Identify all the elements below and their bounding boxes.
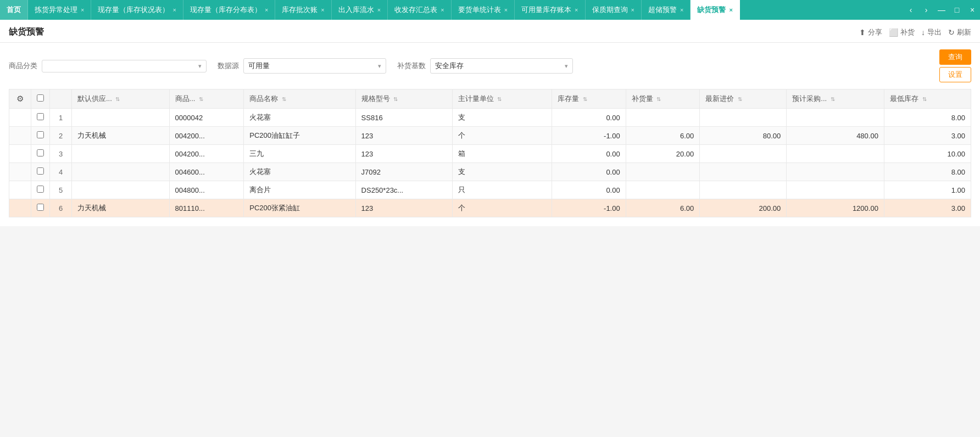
page-title: 缺货预警 [9,26,859,38]
row-checkbox-cell[interactable] [31,199,50,217]
tab-close-window-button[interactable]: × [965,0,980,20]
row-spec-cell: SS816 [355,109,452,127]
data-table: ⚙ 默认供应... ⇅ 商品... ⇅ 商品名称 [9,89,971,217]
row-settings-cell [9,181,31,199]
tab-close-icon[interactable]: × [172,7,176,13]
table-header-replenish-qty[interactable]: 补货量 ⇅ [626,89,700,109]
replenish-label: 补货 [900,27,915,37]
tab-current-stock-dist[interactable]: 现存量（库存分布表） × [183,0,275,20]
tab-label: 现存量（库存分布表） [190,5,261,15]
unit-header-label: 主计量单位 [458,94,494,103]
tab-close-icon[interactable]: × [631,7,634,13]
query-button[interactable]: 查询 [939,49,971,65]
tab-close-icon[interactable]: × [265,7,268,13]
table-header-latest-price[interactable]: 最新进价 ⇅ [700,89,787,109]
page-header: 缺货预警 ⬆ 分享 ⬜ 补货 ↓ 导出 ↻ 刷新 [0,20,980,43]
tab-maximize-button[interactable]: □ [949,0,965,20]
row-spec-cell: 123 [355,145,452,163]
tab-batch-account[interactable]: 库存批次账 × [275,0,331,20]
row-product-name-cell: 三九 [244,145,355,163]
datasource-select[interactable]: 可用量 ▾ [243,58,386,74]
export-icon: ↓ [921,28,925,37]
datasource-select-value: 可用量 [248,61,270,71]
category-select[interactable]: ▾ [42,60,207,72]
row-unit-cell: 箱 [452,145,552,163]
tab-close-icon[interactable]: × [377,7,381,13]
supplier-sort-icon: ⇅ [115,96,120,102]
tab-prev-button[interactable]: ‹ [903,0,918,20]
tab-minimize-button[interactable]: — [934,0,949,20]
tab-label: 收发存汇总表 [394,5,437,15]
tab-current-stock-status[interactable]: 现存量（库存状况表） × [91,0,183,20]
row-product-code-cell: 004200... [169,145,244,163]
tab-home[interactable]: 首页 [0,0,28,20]
table-header-estimated-purchase[interactable]: 预计采购... ⇅ [787,89,884,109]
export-button[interactable]: ↓ 导出 [921,27,942,37]
refresh-label: 刷新 [957,27,971,37]
tab-receive-summary[interactable]: 收发存汇总表 × [388,0,451,20]
tab-next-button[interactable]: › [918,0,934,20]
tab-expiry-query[interactable]: 保质期查询 × [586,0,642,20]
table-header-product-name[interactable]: 商品名称 ⇅ [244,89,355,109]
table-header-stock[interactable]: 库存量 ⇅ [552,89,626,109]
row-checkbox[interactable] [37,186,44,193]
table-header-product-code[interactable]: 商品... ⇅ [169,89,244,109]
stock-header-label: 库存量 [558,94,579,103]
gear-icon[interactable]: ⚙ [16,94,24,103]
row-num-cell: 1 [50,109,72,127]
row-checkbox-cell[interactable] [31,145,50,163]
table-header-spec[interactable]: 规格型号 ⇅ [355,89,452,109]
replenish-button[interactable]: ⬜ 补货 [889,27,915,37]
row-spec-cell: DS250*23c... [355,181,452,199]
table-header-unit[interactable]: 主计量单位 ⇅ [452,89,552,109]
replenish-base-select[interactable]: 安全库存 ▾ [430,58,573,74]
tab-label: 可用量库存账本 [521,5,571,15]
tab-overstock-warning[interactable]: 超储预警 × [642,0,691,20]
refresh-button[interactable]: ↻ 刷新 [948,27,971,37]
tab-close-icon[interactable]: × [81,7,84,13]
row-checkbox-cell[interactable] [31,163,50,181]
tab-close-icon[interactable]: × [575,7,578,13]
tab-close-icon[interactable]: × [729,7,732,13]
product-code-header-label: 商品... [175,94,196,103]
row-checkbox-cell[interactable] [31,109,50,127]
row-checkbox[interactable] [37,149,44,156]
tab-label: 拣货异常处理 [35,5,77,15]
table-header-min-stock[interactable]: 最低库存 ⇅ [884,89,971,109]
row-checkbox[interactable] [37,131,44,138]
table-header-checkbox[interactable] [31,89,50,109]
tab-shortage-warning[interactable]: 缺货预警 × [691,0,739,20]
tab-close-icon[interactable]: × [321,7,324,13]
row-checkbox[interactable] [37,113,44,120]
row-latest-price-cell [700,109,787,127]
row-estimated-purchase-cell: 1200.00 [787,199,884,217]
row-checkbox[interactable] [37,204,44,211]
export-label: 导出 [927,27,942,37]
settings-button[interactable]: 设置 [939,67,971,82]
tab-in-out-flow[interactable]: 出入库流水 × [332,0,388,20]
tab-close-icon[interactable]: × [680,7,683,13]
replenish-base-label: 补货基数 [397,61,426,71]
row-num-cell: 2 [50,127,72,145]
latest-price-sort-icon: ⇅ [738,96,742,102]
tab-close-icon[interactable]: × [441,7,444,13]
category-dropdown-icon: ▾ [198,63,202,70]
row-latest-price-cell [700,163,787,181]
tab-batch-anomaly[interactable]: 拣货异常处理 × [28,0,91,20]
row-product-name-cell: PC200油缸缸子 [244,127,355,145]
row-latest-price-cell [700,181,787,199]
tab-close-icon[interactable]: × [504,7,508,13]
supplier-header-label: 默认供应... [77,94,112,103]
table-row: 6力天机械801110...PC200张紧油缸123个-1.006.00200.… [9,199,971,217]
table-header-supplier[interactable]: 默认供应... ⇅ [72,89,170,109]
row-checkbox[interactable] [37,167,44,175]
row-checkbox-cell[interactable] [31,127,50,145]
share-button[interactable]: ⬆ 分享 [859,27,882,37]
filter-group-replenish-base: 补货基数 安全库存 ▾ [397,58,573,74]
tab-available-ledger[interactable]: 可用量库存账本 × [515,0,585,20]
select-all-checkbox[interactable] [37,94,44,102]
row-checkbox-cell[interactable] [31,181,50,199]
estimated-purchase-sort-icon: ⇅ [831,96,835,102]
tab-order-stats[interactable]: 要货单统计表 × [452,0,515,20]
table-header-settings[interactable]: ⚙ [9,89,31,109]
